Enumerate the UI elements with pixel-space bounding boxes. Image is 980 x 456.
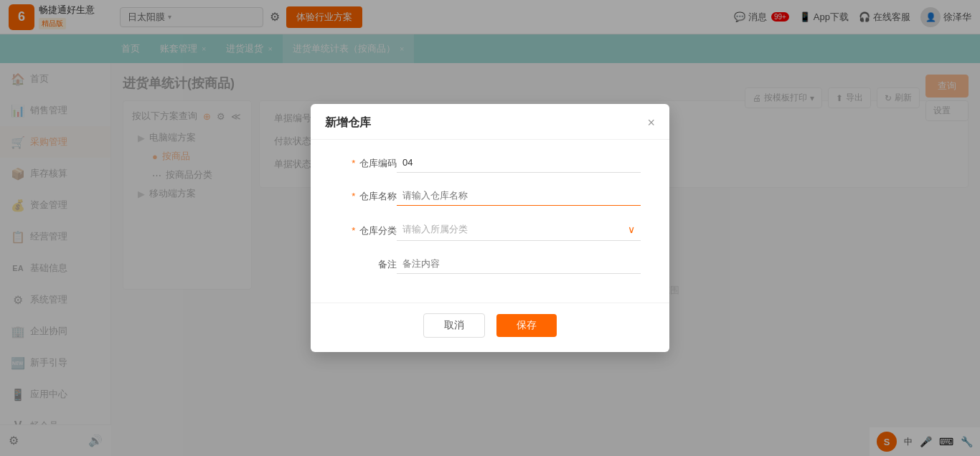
warehouse-name-input[interactable] — [397, 187, 641, 206]
warehouse-code-input[interactable] — [397, 154, 641, 173]
required-star-cat: * — [352, 225, 355, 236]
warehouse-category-label: * 仓库分类 — [339, 224, 397, 237]
required-star-name: * — [352, 191, 355, 201]
dialog-header: 新增仓库 × — [311, 104, 669, 140]
save-button[interactable]: 保存 — [496, 314, 557, 337]
remarks-input[interactable] — [397, 255, 641, 274]
form-row-warehouse-code: * 仓库编码 — [339, 154, 641, 173]
category-placeholder: 请输入所属分类 — [402, 223, 468, 236]
remarks-label: 备注 — [339, 258, 397, 271]
required-star: * — [352, 158, 355, 168]
form-row-remarks: 备注 — [339, 255, 641, 274]
warehouse-name-label: * 仓库名称 — [339, 190, 397, 203]
form-row-warehouse-category: * 仓库分类 请输入所属分类 ∨ — [339, 220, 641, 241]
category-chevron-icon: ∨ — [628, 224, 635, 235]
dialog-title: 新增仓库 — [325, 115, 371, 130]
new-warehouse-dialog: 新增仓库 × * 仓库编码 * 仓库名称 — [311, 104, 669, 352]
warehouse-category-select[interactable]: 请输入所属分类 ∨ — [397, 220, 641, 241]
dialog-footer: 取消 保存 — [311, 303, 669, 352]
modal-overlay: 新增仓库 × * 仓库编码 * 仓库名称 — [0, 0, 980, 456]
dialog-body: * 仓库编码 * 仓库名称 * 仓库分类 请输入所属 — [311, 140, 669, 303]
form-row-warehouse-name: * 仓库名称 — [339, 187, 641, 206]
dialog-close-icon[interactable]: × — [647, 115, 655, 130]
warehouse-code-label: * 仓库编码 — [339, 157, 397, 170]
cancel-button[interactable]: 取消 — [423, 313, 485, 338]
